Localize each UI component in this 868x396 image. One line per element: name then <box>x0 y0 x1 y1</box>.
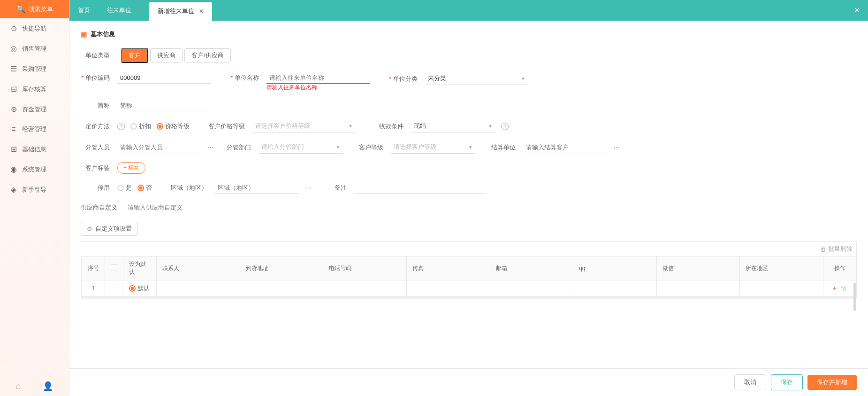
dept-arrow: ▼ <box>335 145 340 150</box>
sidebar-label-inventory: 库存核算 <box>22 85 46 93</box>
row-default-radio[interactable]: 默认 <box>129 284 151 293</box>
sidebar-item-operations[interactable]: ≡ 经营管理 <box>0 119 69 139</box>
name-error: 请输入往来单位名称 <box>266 84 370 92</box>
settlement-more-btn[interactable]: ··· <box>611 143 621 152</box>
sidebar-item-system[interactable]: ◉ 系统管理 <box>0 159 69 179</box>
tab-new-contact-close[interactable]: ✕ <box>199 8 204 15</box>
save-button[interactable]: 保存 <box>771 374 803 390</box>
tab-new-contact[interactable]: 新增往来单位 ✕ <box>149 2 212 21</box>
manager-more-btn[interactable]: ··· <box>206 143 215 152</box>
table-head: 序号 设为默认 联系人 到货地址 电话号码 传真 邮箱 qq 微信 所在地区 <box>82 256 856 280</box>
sidebar-item-purchase[interactable]: ☰ 采购管理 <box>0 59 69 79</box>
delete-row-btn[interactable]: 🗑 <box>840 285 847 292</box>
code-field-group: 单位编码 <box>81 72 211 84</box>
sales-icon: ◎ <box>9 44 18 53</box>
td-contact[interactable] <box>157 280 240 297</box>
info-icon: ▣ <box>81 31 87 38</box>
td-phone[interactable] <box>323 280 407 297</box>
home-icon[interactable]: ⌂ <box>16 381 21 391</box>
settlement-label: 结算单位 <box>487 143 519 152</box>
disable-radio-group: 是 否 <box>117 184 152 192</box>
finance-icon: ⊛ <box>9 105 18 114</box>
custom-settings-btn[interactable]: ⚙ 自定义项设置 <box>81 222 138 236</box>
th-contact: 联系人 <box>157 256 240 280</box>
region-more-btn[interactable]: ··· <box>303 184 313 192</box>
customer-level-select[interactable]: 请选择客户等级 ▼ <box>391 141 475 154</box>
footer: 取消 保存 保存并新增 <box>69 368 868 396</box>
batch-delete-btn[interactable]: 🗑 批量删除 <box>820 245 853 253</box>
close-all-tabs[interactable]: ✕ <box>846 0 868 21</box>
payment-help-icon[interactable]: ? <box>501 123 509 130</box>
cancel-button[interactable]: 取消 <box>734 374 766 390</box>
code-name-cat-row: 单位编码 单位名称 请输入往来单位名称 单位分类 未分类 ▼ <box>81 72 857 92</box>
pricing-radio-discount[interactable]: 折扣 <box>130 122 151 131</box>
code-input[interactable] <box>117 72 211 84</box>
name-input[interactable] <box>266 72 370 84</box>
sidebar-item-guide[interactable]: ◈ 新手引导 <box>0 179 69 200</box>
user-icon[interactable]: 👤 <box>43 381 53 391</box>
disable-region-row: 停用 是 否 区域（地区） ··· 备注 <box>81 182 857 194</box>
td-email[interactable] <box>490 280 573 297</box>
notes-label: 备注 <box>332 184 350 192</box>
dept-select[interactable]: 请输入分管部门 ▼ <box>259 141 343 154</box>
supplier-custom-row: 供应商自定义 <box>81 202 857 213</box>
region-label: 区域（地区） <box>171 184 211 192</box>
td-fax[interactable] <box>407 280 490 297</box>
save-new-button[interactable]: 保存并新增 <box>807 375 857 390</box>
btn-customer[interactable]: 客户 <box>121 48 148 63</box>
sidebar-label-system: 系统管理 <box>22 165 46 174</box>
region-input[interactable] <box>215 182 299 194</box>
notes-group: 备注 <box>332 182 486 194</box>
td-address[interactable] <box>240 280 323 297</box>
pricing-row: 定价方法 ? 折扣 价格等级 客户价格等级 请选择客户价格等级 <box>81 120 857 132</box>
customer-price-arrow: ▼ <box>348 124 353 129</box>
disable-radio-no[interactable]: 否 <box>137 184 152 192</box>
contact-table: 序号 设为默认 联系人 到货地址 电话号码 传真 邮箱 qq 微信 所在地区 <box>81 256 856 297</box>
payment-select[interactable]: 现结 ▼ <box>411 120 495 132</box>
purchase-icon: ☰ <box>9 64 18 73</box>
name-field-group: 单位名称 请输入往来单位名称 <box>230 72 370 92</box>
td-qq[interactable] <box>573 280 657 297</box>
sidebar-label-guide: 新手引导 <box>22 186 46 194</box>
btn-supplier[interactable]: 供应商 <box>150 48 183 62</box>
btn-both[interactable]: 客户/供应商 <box>184 48 231 62</box>
add-tag-btn[interactable]: + 标签 <box>117 162 145 174</box>
search-menu[interactable]: 🔍 搜索菜单 <box>0 0 69 18</box>
category-select[interactable]: 未分类 ▼ <box>425 72 528 85</box>
add-row-btn[interactable]: + <box>832 285 836 292</box>
scrollbar-thumb[interactable] <box>853 283 856 311</box>
tab-home[interactable]: 首页 <box>69 0 99 21</box>
tab-contacts[interactable]: 往来单位 ✕ <box>99 0 149 21</box>
supplier-custom-label: 供应商自定义 <box>81 203 121 212</box>
search-icon: 🔍 <box>16 5 26 14</box>
td-region-cell[interactable] <box>740 280 823 297</box>
supplier-custom-input[interactable] <box>125 202 247 213</box>
row-checkbox[interactable] <box>111 285 117 291</box>
pricing-radio-level[interactable]: 价格等级 <box>157 122 190 131</box>
pricing-option-level: 价格等级 <box>165 122 190 131</box>
table-body: 1 默认 <box>82 280 856 297</box>
header-checkbox[interactable] <box>111 264 117 271</box>
settlement-input[interactable] <box>523 142 608 153</box>
pricing-help-icon[interactable]: ? <box>117 123 125 130</box>
notes-input[interactable] <box>354 182 486 194</box>
manager-input[interactable] <box>117 142 202 153</box>
customer-price-placeholder: 请选择客户价格等级 <box>255 122 346 130</box>
customer-price-select[interactable]: 请选择客户价格等级 ▼ <box>252 120 356 132</box>
tab-contacts-close[interactable]: ✕ <box>136 7 141 14</box>
sidebar-item-quick-nav[interactable]: ⊙ 快捷导航 <box>0 18 69 39</box>
td-wechat[interactable] <box>656 280 740 297</box>
table-header-bar: 🗑 批量删除 <box>81 242 856 256</box>
pricing-label: 定价方法 <box>81 122 114 131</box>
th-address: 到货地址 <box>240 256 323 280</box>
disable-radio-yes[interactable]: 是 <box>117 184 132 192</box>
short-name-input[interactable] <box>117 100 211 111</box>
row-default-label: 默认 <box>137 284 150 293</box>
tabbar: 首页 往来单位 ✕ 新增往来单位 ✕ ✕ <box>69 0 868 21</box>
sidebar-item-basic[interactable]: ⊞ 基础信息 <box>0 139 69 159</box>
sidebar-item-inventory[interactable]: ⊟ 库存核算 <box>0 79 69 99</box>
sidebar-item-finance[interactable]: ⊛ 资金管理 <box>0 99 69 119</box>
dept-group: 分管部门 请输入分管部门 ▼ <box>227 141 343 154</box>
sidebar-item-sales[interactable]: ◎ 销售管理 <box>0 39 69 59</box>
name-label: 单位名称 <box>230 74 263 82</box>
